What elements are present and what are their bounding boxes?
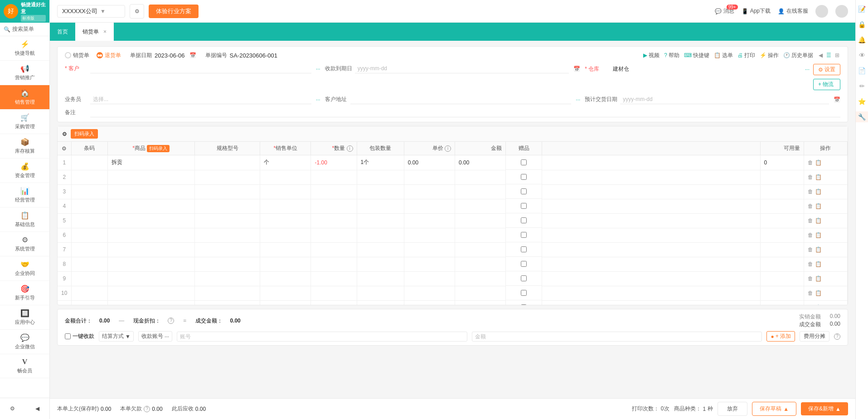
select-order-btn[interactable]: 📋 选单 — [714, 52, 733, 59]
customer-address-input[interactable] — [350, 95, 572, 104]
tab-sales-order[interactable]: 销货单 × — [75, 23, 114, 41]
radio-sales[interactable]: 销货单 — [65, 52, 89, 59]
list-view-icon[interactable]: ☰ — [825, 51, 832, 59]
delete-icon-2[interactable]: 🗑 — [808, 174, 813, 180]
customer-more-btn[interactable]: ··· — [316, 66, 320, 72]
sidebar-item-system[interactable]: ⚙ 系统管理 — [0, 232, 49, 256]
copy-icon-7[interactable]: 📋 — [815, 246, 822, 253]
calendar-icon[interactable]: 📅 — [189, 52, 196, 58]
tab-home[interactable]: 首页 — [50, 23, 75, 41]
one-click-pay[interactable]: 一键收款 — [65, 332, 94, 340]
gift-checkbox-8[interactable] — [521, 261, 527, 267]
notes-input[interactable] — [90, 108, 840, 117]
delete-icon-11[interactable]: 🗑 — [808, 304, 813, 305]
sidebar-item-wechat[interactable]: 💬 企业微信 — [0, 330, 49, 354]
delete-icon-1[interactable]: 🗑 — [808, 159, 813, 166]
settlement-method-select[interactable]: 结算方式 ▼ — [99, 331, 134, 342]
gift-checkbox-11[interactable] — [521, 304, 527, 305]
row-1-barcode[interactable] — [71, 155, 107, 170]
copy-icon-10[interactable]: 📋 — [815, 290, 822, 296]
prev-view-icon[interactable]: ◀ — [818, 51, 824, 59]
trial-btn[interactable]: 体验行业方案 — [149, 5, 199, 18]
gift-checkbox-7[interactable] — [521, 246, 527, 252]
discard-btn[interactable]: 放弃 — [718, 402, 747, 416]
delivery-date-input[interactable] — [620, 95, 829, 104]
qty-info-icon[interactable]: i — [347, 145, 353, 152]
right-panel-icon-3[interactable]: 🔔 — [857, 34, 868, 45]
delete-icon-5[interactable]: 🗑 — [808, 217, 813, 224]
online-service-btn[interactable]: 👤 在线客服 — [778, 7, 808, 15]
copy-icon-9[interactable]: 📋 — [815, 275, 822, 282]
right-panel-icon-8[interactable]: 🔧 — [856, 111, 868, 122]
right-panel-icon-2[interactable]: 🔒 — [857, 19, 868, 30]
sidebar-settings-btn[interactable]: ⚙ — [7, 402, 18, 415]
message-btn[interactable]: 💬 消息 99+ — [715, 7, 734, 15]
salesperson-input[interactable] — [90, 95, 311, 104]
right-panel-icon-1[interactable]: 📝 — [857, 4, 868, 14]
bill-owed-info-icon[interactable]: ? — [144, 406, 150, 412]
gift-checkbox-3[interactable] — [521, 188, 527, 194]
sidebar-item-sales[interactable]: 🏠 销售管理 — [0, 85, 49, 110]
add-payment-btn[interactable]: ● + 添加 — [766, 331, 795, 342]
row-1-spec[interactable] — [194, 155, 260, 170]
logistics-btn[interactable]: + 物流 — [813, 79, 840, 90]
right-panel-icon-5[interactable]: 📄 — [857, 65, 868, 76]
gift-checkbox-1[interactable] — [521, 159, 527, 165]
avatar[interactable] — [815, 5, 828, 18]
price-info-icon[interactable]: i — [445, 145, 451, 152]
video-btn[interactable]: ▶ 视频 — [643, 52, 659, 59]
table-gear-icon[interactable]: ⚙ — [62, 131, 67, 137]
sidebar-item-app-center[interactable]: 🔲 应用中心 — [0, 305, 49, 330]
expense-info-icon[interactable]: ? — [834, 333, 840, 340]
gift-checkbox-9[interactable] — [521, 275, 527, 281]
right-panel-icon-4[interactable]: 👁 — [857, 50, 868, 61]
copy-icon-11[interactable]: 📋 — [815, 304, 822, 305]
account-select[interactable]: 收款账号 ··· — [138, 331, 172, 342]
print-btn[interactable]: 🖨 打印 — [737, 52, 755, 59]
tab-close-btn[interactable]: × — [103, 29, 107, 35]
amount-input[interactable] — [472, 332, 762, 342]
sidebar-item-guide[interactable]: 🎯 新手引导 — [0, 281, 49, 305]
copy-icon-6[interactable]: 📋 — [815, 232, 822, 238]
help-btn[interactable]: ? 帮助 — [664, 52, 679, 59]
form-settings-btn[interactable]: ⚙ 设置 — [813, 64, 840, 75]
account-input[interactable] — [177, 332, 467, 342]
address-more-btn[interactable]: ··· — [576, 96, 580, 103]
copy-icon-4[interactable]: 📋 — [815, 203, 822, 209]
delete-icon-3[interactable]: 🗑 — [808, 188, 813, 195]
row-1-qty[interactable]: -1.00 — [311, 155, 357, 170]
copy-icon-5[interactable]: 📋 — [815, 217, 822, 224]
avatar-2[interactable] — [835, 5, 848, 18]
copy-icon-8[interactable]: 📋 — [815, 261, 822, 267]
gift-checkbox-6[interactable] — [521, 232, 527, 238]
radio-return[interactable]: 退货单 — [97, 52, 121, 59]
delete-icon-10[interactable]: 🗑 — [808, 290, 813, 296]
sidebar-item-marketing[interactable]: 📢 营销推广 — [0, 61, 49, 85]
delete-icon-4[interactable]: 🗑 — [808, 203, 813, 209]
row-1-amount[interactable]: 0.00 — [455, 155, 506, 170]
sidebar-search[interactable]: 🔍 搜索菜单 — [0, 23, 49, 36]
right-panel-icon-6[interactable]: ✏ — [857, 81, 868, 92]
scan-btn-th[interactable]: 扫码录入 — [147, 145, 170, 152]
sidebar-item-member[interactable]: V 畅会员 — [0, 354, 49, 378]
gift-checkbox-2[interactable] — [521, 174, 527, 180]
company-select[interactable]: XXXXXX公司 ▼ — [57, 5, 125, 18]
row-1-price[interactable]: 0.00 — [404, 155, 455, 170]
operation-btn[interactable]: ⚡ 操作 — [760, 52, 779, 59]
sidebar-item-quick-nav[interactable]: ⚡ 快捷导航 — [0, 36, 49, 61]
grid-view-icon[interactable]: ⊞ — [834, 51, 840, 59]
gift-checkbox-10[interactable] — [521, 290, 527, 296]
delete-icon-9[interactable]: 🗑 — [808, 275, 813, 282]
one-click-pay-checkbox[interactable] — [65, 333, 71, 339]
sidebar-item-purchase[interactable]: 🛒 采购管理 — [0, 110, 49, 134]
table-container[interactable]: ⚙ 条码 *商品 扫码录入 规格型号 *销售单位 *数量 i 包装数量 单价 i… — [58, 142, 848, 305]
gift-checkbox-5[interactable] — [521, 217, 527, 223]
delivery-date-calendar-icon[interactable]: 📅 — [834, 96, 840, 103]
copy-icon-2[interactable]: 📋 — [815, 174, 822, 180]
save-draft-btn[interactable]: 保存草稿 ▲ — [752, 402, 796, 416]
row-1-gift[interactable] — [506, 155, 542, 170]
save-new-btn[interactable]: 保存&新增 ▲ — [801, 402, 848, 415]
copy-icon-1[interactable]: 📋 — [815, 159, 822, 166]
shortcut-btn[interactable]: ⌨ 快捷键 — [684, 52, 709, 59]
sidebar-item-inventory[interactable]: 📦 库存核算 — [0, 134, 49, 159]
